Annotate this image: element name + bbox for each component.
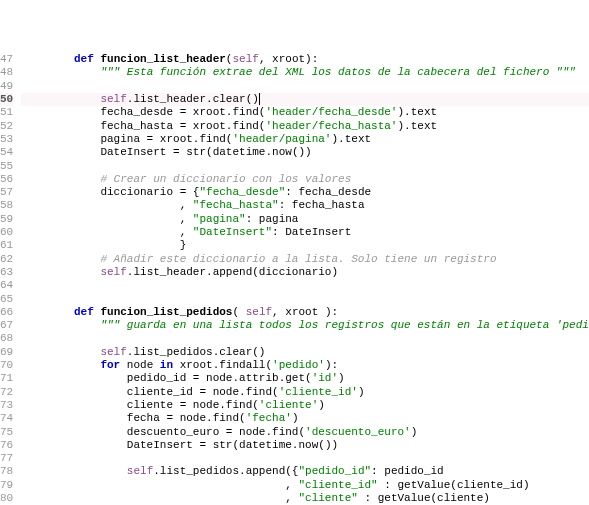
line-number: 65 <box>0 293 13 306</box>
code-line[interactable]: # Crear un diccionario con los valores <box>21 173 589 186</box>
code-line[interactable] <box>21 452 589 465</box>
code-line[interactable]: # Añadir este diccionario a la lista. So… <box>21 253 589 266</box>
line-number: 72 <box>0 386 13 399</box>
line-number: 80 <box>0 492 13 505</box>
line-number: 56 <box>0 173 13 186</box>
code-line[interactable]: fecha_desde = xroot.find('header/fecha_d… <box>21 106 589 119</box>
code-line[interactable]: , "cliente_id" : getValue(cliente_id) <box>21 479 589 492</box>
line-number: 79 <box>0 479 13 492</box>
code-line[interactable] <box>21 80 589 93</box>
code-line[interactable]: cliente_id = node.find('cliente_id') <box>21 386 589 399</box>
line-number: 77 <box>0 452 13 465</box>
line-number: 51 <box>0 106 13 119</box>
line-number: 78 <box>0 465 13 478</box>
line-number: 70 <box>0 359 13 372</box>
code-line[interactable]: """ Esta función extrae del XML los dato… <box>21 66 589 79</box>
line-number: 50 <box>0 93 13 106</box>
line-number: 62 <box>0 253 13 266</box>
line-number: 69 <box>0 346 13 359</box>
line-number: 48 <box>0 66 13 79</box>
line-number: 60 <box>0 226 13 239</box>
code-line[interactable]: self.list_pedidos.clear() <box>21 346 589 359</box>
code-line[interactable]: fecha = node.find('fecha') <box>21 412 589 425</box>
code-line[interactable] <box>21 160 589 173</box>
code-line[interactable]: } <box>21 239 589 252</box>
code-line[interactable]: def funcion_list_pedidos( self, xroot ): <box>21 306 589 319</box>
code-line[interactable]: def funcion_list_header(self, xroot): <box>21 53 589 66</box>
code-line[interactable] <box>21 293 589 306</box>
line-number: 53 <box>0 133 13 146</box>
code-line[interactable]: self.list_header.append(diccionario) <box>21 266 589 279</box>
text-cursor <box>259 93 260 105</box>
code-line[interactable]: for node in xroot.findall('pedido'): <box>21 359 589 372</box>
code-line[interactable]: , "DateInsert": DateInsert <box>21 226 589 239</box>
line-number: 68 <box>0 332 13 345</box>
line-number: 55 <box>0 160 13 173</box>
code-line[interactable]: pagina = xroot.find('header/pagina').tex… <box>21 133 589 146</box>
line-number: 59 <box>0 213 13 226</box>
code-line[interactable]: cliente = node.find('cliente') <box>21 399 589 412</box>
code-line[interactable]: """ guarda en una lista todos los regist… <box>21 319 589 332</box>
line-number: 76 <box>0 439 13 452</box>
line-number: 73 <box>0 399 13 412</box>
code-line[interactable]: descuento_euro = node.find('descuento_eu… <box>21 426 589 439</box>
code-line[interactable] <box>21 279 589 292</box>
code-line[interactable]: DateInsert = str(datetime.now()) <box>21 146 589 159</box>
line-number: 66 <box>0 306 13 319</box>
line-number: 64 <box>0 279 13 292</box>
code-line[interactable]: self.list_pedidos.append({"pedido_id": p… <box>21 465 589 478</box>
code-line[interactable]: pedido_id = node.attrib.get('id') <box>21 372 589 385</box>
line-number: 71 <box>0 372 13 385</box>
line-number: 47 <box>0 53 13 66</box>
line-number: 75 <box>0 426 13 439</box>
code-line[interactable]: , "pagina": pagina <box>21 213 589 226</box>
line-number: 54 <box>0 146 13 159</box>
code-line[interactable]: , "cliente" : getValue(cliente) <box>21 492 589 505</box>
line-number: 57 <box>0 186 13 199</box>
line-number-gutter: 4748495051525354555657585960616263646566… <box>0 53 21 505</box>
code-line[interactable]: self.list_header.clear() <box>21 93 589 106</box>
line-number: 61 <box>0 239 13 252</box>
code-line[interactable]: fecha_hasta = xroot.find('header/fecha_h… <box>21 120 589 133</box>
line-number: 49 <box>0 80 13 93</box>
line-number: 58 <box>0 199 13 212</box>
line-number: 74 <box>0 412 13 425</box>
line-number: 67 <box>0 319 13 332</box>
code-editor[interactable]: 4748495051525354555657585960616263646566… <box>0 53 589 505</box>
code-line[interactable] <box>21 332 589 345</box>
line-number: 63 <box>0 266 13 279</box>
code-line[interactable]: DateInsert = str(datetime.now()) <box>21 439 589 452</box>
code-line[interactable]: diccionario = {"fecha_desde": fecha_desd… <box>21 186 589 199</box>
line-number: 52 <box>0 120 13 133</box>
code-area[interactable]: def funcion_list_header(self, xroot): ""… <box>21 53 589 505</box>
code-line[interactable]: , "fecha_hasta": fecha_hasta <box>21 199 589 212</box>
